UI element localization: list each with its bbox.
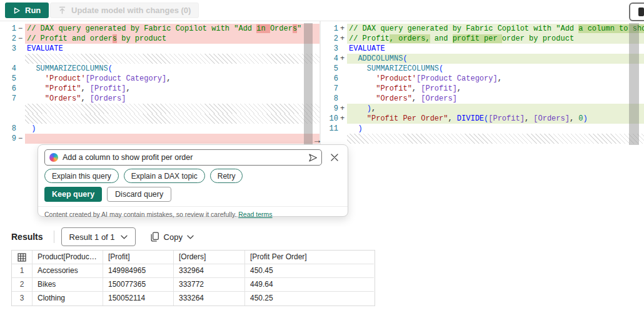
- code-text[interactable]: "Profit Per Order", DIVIDE([Profit], [Or…: [347, 114, 644, 124]
- row-number[interactable]: 1: [12, 264, 33, 278]
- code-text[interactable]: EVALUATE: [347, 44, 644, 54]
- right-arrow-icon[interactable]: →: [313, 135, 322, 145]
- code-line[interactable]: 4+ ADDCOLUMNS(: [322, 54, 644, 64]
- diff-filler-row: [0, 54, 319, 64]
- code-text[interactable]: // DAX query generated by Fabric Copilot…: [25, 24, 319, 34]
- column-header[interactable]: [Profit Per Order]: [245, 251, 374, 264]
- code-text[interactable]: "Profit", [Profit],: [25, 84, 319, 94]
- table-cell[interactable]: 150077365: [103, 278, 174, 292]
- code-line[interactable]: 11 ): [322, 124, 644, 134]
- code-line[interactable]: 10+ "Profit Per Order", DIVIDE([Profit],…: [322, 114, 644, 124]
- table-cell[interactable]: Accessories: [33, 264, 103, 278]
- code-text[interactable]: // DAX query generated by Fabric Copilot…: [347, 24, 644, 34]
- run-button[interactable]: Run: [5, 2, 49, 18]
- editor-pane-left[interactable]: 1−// DAX query generated by Fabric Copil…: [0, 21, 319, 146]
- code-line[interactable]: 9+ ),: [322, 104, 644, 114]
- close-button[interactable]: [328, 151, 341, 164]
- table-cell[interactable]: 449.64: [245, 278, 374, 292]
- copy-button[interactable]: Copy: [148, 227, 196, 246]
- line-gutter: 9−: [0, 134, 25, 144]
- code-text[interactable]: SUMMARIZECOLUMNS(: [25, 64, 319, 74]
- code-text: [347, 134, 644, 144]
- editor-sash[interactable]: [319, 21, 321, 146]
- keep-query-button[interactable]: Keep query: [44, 187, 102, 202]
- run-label: Run: [25, 6, 41, 15]
- scrollbar-left[interactable]: [304, 23, 313, 145]
- code-text[interactable]: ADDCOLUMNS(: [347, 54, 644, 64]
- suggestion-pill[interactable]: Explain this query: [44, 169, 119, 183]
- row-number[interactable]: 3: [12, 292, 33, 306]
- code-text[interactable]: 'Product'[Product Category],: [25, 74, 319, 84]
- table-row: 1Accessories149984965332964450.45: [12, 264, 375, 278]
- line-gutter: 8: [0, 124, 25, 134]
- code-line[interactable]: 2+// Profit, orders, and profit per orde…: [322, 34, 644, 44]
- code-text[interactable]: "Orders", [Orders]: [25, 94, 319, 104]
- update-model-button[interactable]: Update model with changes (0): [50, 2, 199, 18]
- row-number[interactable]: 2: [12, 278, 33, 292]
- table-body: 1Accessories149984965332964450.452Bikes1…: [12, 264, 375, 306]
- code-text[interactable]: ): [25, 124, 319, 134]
- code-line[interactable]: 1−// DAX query generated by Fabric Copil…: [0, 24, 319, 34]
- chevron-down-icon: [121, 235, 128, 239]
- send-button[interactable]: [306, 151, 319, 164]
- table-cell[interactable]: 150052114: [103, 292, 174, 306]
- table-cell[interactable]: 333772: [174, 278, 245, 292]
- code-text[interactable]: "Profit", [Profit],: [347, 84, 644, 94]
- disclaimer-text: Content created by AI may contain mistak…: [44, 211, 238, 218]
- code-line[interactable]: 6 'Product'[Product Category],: [322, 74, 644, 84]
- code-line[interactable]: 8 ): [0, 124, 319, 134]
- code-line[interactable]: 6 "Profit", [Profit],: [0, 84, 319, 94]
- code-line[interactable]: 9−: [0, 134, 319, 144]
- column-header[interactable]: Product[Product Category]: [33, 251, 103, 264]
- line-gutter: 5: [322, 64, 347, 74]
- code-text[interactable]: 'Product'[Product Category],: [347, 74, 644, 84]
- code-line[interactable]: 7 "Orders", [Orders]: [0, 94, 319, 104]
- discard-query-button[interactable]: Discard query: [107, 187, 171, 202]
- code-text[interactable]: "Orders", [Orders]: [347, 94, 644, 104]
- table-cell[interactable]: 333264: [174, 292, 245, 306]
- line-gutter: 9+: [322, 104, 347, 114]
- code-text[interactable]: // Profit and orders by product: [25, 34, 319, 44]
- code-line[interactable]: 5 'Product'[Product Category],: [0, 74, 319, 84]
- copilot-prompt-input[interactable]: [44, 149, 322, 166]
- code-line[interactable]: 1+// DAX query generated by Fabric Copil…: [322, 24, 644, 34]
- table-cell[interactable]: 332964: [174, 264, 245, 278]
- copilot-icon: [49, 153, 58, 162]
- suggestion-pill[interactable]: Explain a DAX topic: [124, 169, 205, 183]
- read-terms-link[interactable]: Read terms: [238, 211, 272, 218]
- line-gutter: 10+: [322, 114, 347, 124]
- code-line[interactable]: 7 "Profit", [Profit],: [322, 84, 644, 94]
- line-gutter: 2−: [0, 34, 25, 44]
- line-gutter: 5: [0, 74, 25, 84]
- table-cell[interactable]: Bikes: [33, 278, 103, 292]
- code-line[interactable]: 2−// Profit and orders by product: [0, 34, 319, 44]
- code-text[interactable]: // Profit, orders, and profit per order …: [347, 34, 644, 44]
- code-text[interactable]: SUMMARIZECOLUMNS(: [347, 64, 644, 74]
- column-header[interactable]: [Profit]: [103, 251, 174, 264]
- result-selector[interactable]: Result 1 of 1: [61, 227, 136, 246]
- code-text[interactable]: [25, 134, 319, 144]
- column-header[interactable]: [Orders]: [174, 251, 245, 264]
- line-gutter: [0, 104, 25, 114]
- code-line[interactable]: 3EVALUATE: [0, 44, 319, 54]
- code-line[interactable]: 5 SUMMARIZECOLUMNS(: [322, 64, 644, 74]
- code-text[interactable]: ): [347, 124, 644, 134]
- code-text[interactable]: ),: [347, 104, 644, 114]
- table-cell[interactable]: 450.25: [245, 292, 374, 306]
- editor-pane-right[interactable]: 1+// DAX query generated by Fabric Copil…: [322, 21, 644, 146]
- table-cell[interactable]: 149984965: [103, 264, 174, 278]
- suggestion-pill[interactable]: Retry: [210, 169, 243, 183]
- line-gutter: 1−: [0, 24, 25, 34]
- scrollbar-right[interactable]: [629, 23, 639, 145]
- line-gutter: [0, 114, 25, 124]
- line-gutter: 7: [0, 94, 25, 104]
- code-line[interactable]: 8 "Orders", [Orders]: [322, 94, 644, 104]
- toolbar-right-partial-button[interactable]: [629, 2, 644, 21]
- code-text[interactable]: EVALUATE: [25, 44, 319, 54]
- table-cell[interactable]: 450.45: [245, 264, 374, 278]
- table-cell[interactable]: Clothing: [33, 292, 103, 306]
- table-header-row: Product[Product Category] [Profit] [Orde…: [12, 251, 375, 264]
- code-line[interactable]: 3EVALUATE: [322, 44, 644, 54]
- copy-label: Copy: [164, 232, 183, 242]
- code-line[interactable]: 4 SUMMARIZECOLUMNS(: [0, 64, 319, 74]
